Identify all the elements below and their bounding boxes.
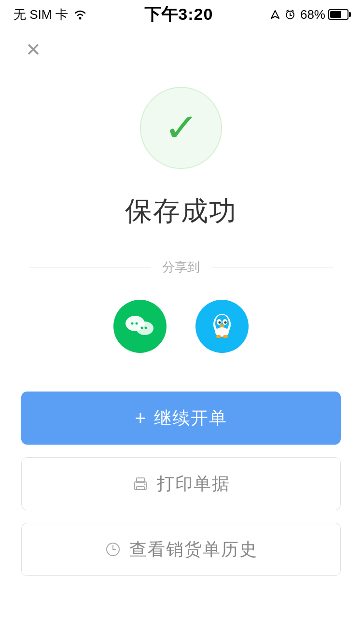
svg-line-4: [287, 10, 288, 11]
wechat-share-button[interactable]: [113, 300, 167, 353]
history-icon: [104, 541, 122, 558]
success-title: 保存成功: [125, 193, 237, 230]
svg-point-16: [219, 322, 221, 324]
svg-line-5: [292, 10, 293, 11]
battery-container: 68%: [300, 7, 348, 22]
main-content: ✓ 保存成功 分享到: [0, 29, 362, 576]
continue-button[interactable]: + 继续开单: [21, 392, 341, 445]
svg-point-21: [223, 335, 228, 338]
action-buttons: + 继续开单 打印单据 查看销货单历史: [0, 392, 362, 576]
svg-point-10: [131, 322, 134, 325]
svg-point-20: [216, 335, 222, 338]
share-icons: [113, 300, 249, 353]
continue-label: 继续开单: [154, 406, 227, 430]
svg-point-18: [220, 324, 224, 327]
svg-point-17: [224, 322, 227, 324]
status-left: 无 SIM 卡: [14, 6, 87, 23]
print-label: 打印单据: [157, 472, 230, 496]
print-button[interactable]: 打印单据: [21, 457, 341, 510]
status-right: 68%: [270, 7, 348, 22]
svg-rect-24: [137, 487, 144, 490]
divider-line-right: [211, 267, 333, 267]
success-circle: ✓: [140, 87, 222, 169]
history-button[interactable]: 查看销货单历史: [21, 523, 341, 576]
no-sim-text: 无 SIM 卡: [14, 6, 68, 23]
status-bar: 无 SIM 卡 下午3:20 68%: [0, 0, 362, 29]
share-label: 分享到: [151, 259, 211, 276]
wifi-icon: [73, 9, 87, 20]
print-icon: [132, 475, 149, 492]
divider-line-left: [29, 267, 151, 267]
svg-point-25: [144, 484, 146, 485]
close-button[interactable]: ✕: [21, 38, 45, 62]
battery-percent-text: 68%: [300, 7, 325, 22]
share-divider: 分享到: [0, 259, 362, 276]
history-label: 查看销货单历史: [129, 538, 258, 561]
svg-point-8: [141, 327, 143, 329]
qq-share-button[interactable]: [195, 300, 249, 353]
plus-icon: +: [135, 407, 146, 429]
close-icon: ✕: [26, 41, 41, 59]
status-time: 下午3:20: [144, 3, 213, 26]
svg-point-0: [79, 17, 81, 20]
svg-point-9: [145, 327, 147, 329]
checkmark-icon: ✓: [163, 109, 199, 147]
alarm-icon: [285, 9, 295, 20]
battery-icon: [328, 9, 348, 20]
svg-point-11: [136, 322, 138, 325]
location-icon: [270, 10, 280, 19]
